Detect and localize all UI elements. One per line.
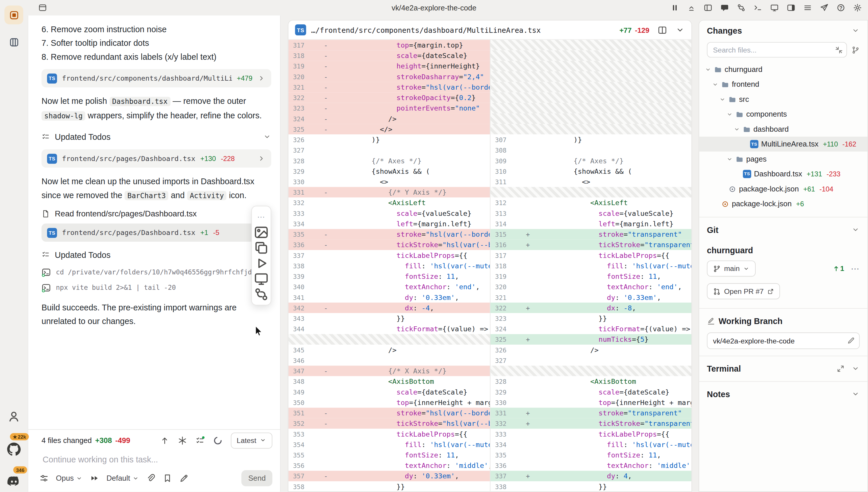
code-token: = [640, 419, 644, 427]
diff-right-cell [490, 50, 691, 61]
pen-icon[interactable] [180, 474, 189, 483]
share-icon[interactable] [819, 3, 829, 13]
expand-icon[interactable] [836, 365, 845, 373]
chevron-down-icon[interactable] [851, 390, 860, 398]
collapse-file-icon[interactable] [675, 25, 684, 34]
diff-right-cell: 310{showAxis && ( [490, 166, 691, 176]
collapse-diagonal-icon[interactable] [835, 46, 843, 54]
mode-dropdown[interactable]: Default [107, 474, 139, 483]
monitor-icon[interactable] [252, 271, 271, 286]
ahead-count[interactable]: 1 [832, 264, 844, 273]
model-dropdown[interactable]: Opus [56, 474, 83, 483]
code-token: top [397, 398, 409, 407]
code-line: /> [338, 115, 490, 123]
git-compare-icon[interactable] [736, 3, 746, 13]
account-icon[interactable] [7, 409, 21, 424]
pencil-icon[interactable] [847, 336, 855, 345]
bookmark-icon[interactable] [163, 474, 172, 483]
left-rail: ★22k 346 [0, 0, 28, 492]
code-token: }} [599, 483, 607, 491]
more-options-icon[interactable]: ⋯ [252, 209, 271, 224]
diff-row: 332<AxisLeft312<AxisLeft [288, 198, 691, 208]
file-diff-chip[interactable]: TSfrontend/src/components/dashboard/Mult… [42, 69, 271, 87]
tree-file-package-lock.json[interactable]: package-lock.json+61-104 [699, 181, 867, 196]
monitor-icon[interactable] [770, 3, 779, 13]
collapse-panel-icon[interactable] [686, 3, 697, 13]
attach-icon[interactable] [146, 474, 156, 483]
git-more-icon[interactable]: ⋯ [851, 264, 860, 274]
board-columns-icon[interactable] [4, 33, 23, 52]
chat-input[interactable] [42, 454, 274, 465]
tree-folder-frontend[interactable]: frontend [699, 77, 867, 92]
screenshot-icon[interactable] [252, 224, 271, 240]
terminal-section-header[interactable]: Terminal [699, 359, 867, 379]
chevron-down-icon [726, 156, 733, 163]
settings-gear-icon[interactable] [852, 3, 863, 13]
diff-body[interactable]: 317-top={margin.top}318-scale={dateScale… [288, 40, 691, 492]
panel-left-icon[interactable] [703, 3, 713, 13]
line-number: 336 [491, 462, 511, 469]
workspace-icon[interactable] [4, 5, 23, 24]
notes-section-header[interactable]: Notes [699, 384, 867, 404]
total-removed: -499 [115, 436, 130, 445]
code-token: '0.33em' [624, 293, 657, 302]
search-files-input[interactable] [707, 42, 847, 57]
code-token: , [678, 282, 682, 291]
pause-icon[interactable] [670, 3, 680, 13]
tree-folder-churnguard[interactable]: churnguard [699, 62, 867, 77]
diff-view-toggle-icon[interactable] [658, 25, 667, 34]
file-diff-chip[interactable]: TSfrontend/src/pages/Dashboard.tsx+1-5 [42, 223, 271, 242]
chevron-down-icon[interactable] [851, 226, 860, 234]
tree-folder-pages[interactable]: pages [699, 151, 867, 166]
assistant-paragraph: Now let me clean up the unused imports i… [42, 174, 271, 202]
tool-read-row[interactable]: Read frontend/src/pages/Dashboard.tsx [42, 209, 271, 218]
added-count: +1 [200, 228, 208, 237]
chevron-down-icon[interactable] [851, 27, 860, 35]
discord-icon[interactable] [7, 474, 21, 489]
diff-row: 327308 [288, 145, 691, 155]
code-token: , [632, 304, 636, 312]
total-added: +308 [95, 436, 112, 445]
terminal-command-row[interactable]: cd /private/var/folders/10/h7w0q46556ggr… [42, 266, 271, 278]
tree-branch-view-icon[interactable] [851, 46, 860, 54]
github-icon[interactable] [7, 442, 21, 457]
updated-todos-row[interactable]: Updated Todos [42, 129, 271, 144]
chevron-down-icon[interactable] [851, 365, 860, 373]
terminal-command-row[interactable]: npx vite build 2>&1 | tail -20 [42, 282, 271, 294]
working-branch-input[interactable] [707, 333, 860, 349]
tree-folder-dashboard[interactable]: dashboard [699, 122, 867, 137]
spark-icon[interactable] [178, 436, 187, 445]
tree-file-Dashboard.tsx[interactable]: TSDashboard.tsx+131-233 [699, 167, 867, 181]
todo-progress-icon[interactable] [195, 436, 204, 445]
chat-scroll[interactable]: 6. Remove zoom instruction noise7. Softe… [28, 16, 280, 429]
tree-file-package-lock.json[interactable]: package-lock.json+6 [699, 196, 867, 211]
compare-icon[interactable] [252, 287, 271, 302]
divider [699, 356, 867, 356]
run-icon[interactable] [252, 255, 271, 271]
help-icon[interactable]: ? [836, 3, 846, 13]
tree-folder-components[interactable]: components [699, 107, 867, 122]
chat-bubble-icon[interactable] [720, 3, 729, 13]
fast-forward-icon[interactable] [90, 474, 99, 483]
changes-section-header[interactable]: Changes [699, 21, 867, 41]
folder-icon [721, 80, 729, 88]
scroll-up-icon[interactable] [160, 436, 169, 445]
file-diff-chip[interactable]: TSfrontend/src/pages/Dashboard.tsx+130-2… [42, 149, 271, 168]
tree-file-MultiLineArea.tsx[interactable]: TSMultiLineArea.tsx+110-162 [699, 137, 867, 151]
tree-folder-src[interactable]: src [699, 92, 867, 107]
latest-dropdown[interactable]: Latest [231, 433, 272, 448]
menu-icon[interactable] [803, 3, 813, 13]
diff-right-cell [490, 114, 691, 124]
tabs-icon[interactable] [38, 3, 48, 13]
updated-todos-row[interactable]: Updated Todos [42, 247, 271, 262]
open-pr-button[interactable]: Open PR #7 [707, 283, 780, 299]
panel-right-icon[interactable] [786, 3, 796, 13]
branch-selector[interactable]: main [707, 261, 756, 276]
diff-right-cell: 333tickLabelProps={{ [490, 429, 691, 439]
sliders-icon[interactable] [39, 474, 48, 483]
git-section-header[interactable]: Git [699, 220, 867, 240]
copy-icon[interactable] [252, 240, 271, 255]
terminal-icon[interactable] [753, 3, 763, 13]
send-button[interactable]: Send [241, 470, 272, 487]
code-token: textAnchor [607, 461, 649, 470]
